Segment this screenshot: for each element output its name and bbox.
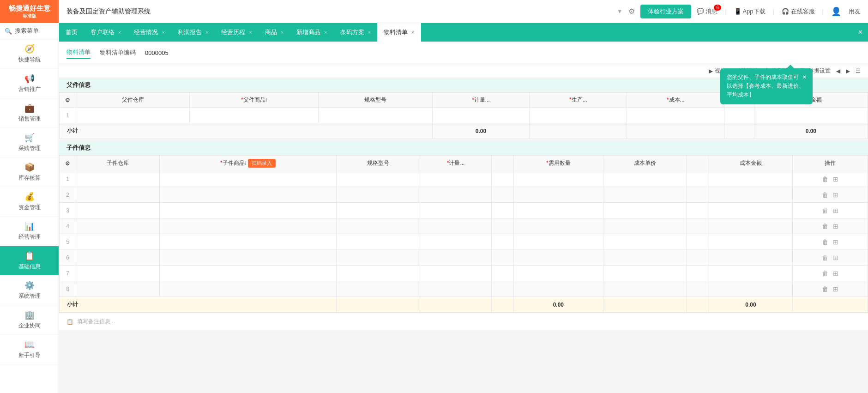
child-unit-cost-5[interactable] [603,234,687,250]
child-needed-qty-1[interactable] [513,171,603,187]
child-qty-unit-8[interactable] [420,281,491,297]
nav-tab-close-profit-report[interactable]: × [205,30,208,35]
child-goods-7[interactable] [160,266,336,281]
child-copy-5[interactable]: ⊞ [833,238,838,246]
child-delete-8[interactable]: 🗑 [822,285,828,293]
online-service-button[interactable]: 🎧 在线客服 [782,7,815,16]
sidebar-item-finance[interactable]: 💰资金管理 [0,187,59,217]
child-spec-1[interactable] [336,171,420,187]
nav-tab-close-goods[interactable]: × [281,30,283,35]
nav-tab-close-bom[interactable]: × [411,30,414,35]
child-copy-6[interactable]: ⊞ [833,254,838,261]
nav-tab-barcode[interactable]: 条码方案× [334,23,377,42]
dropdown-icon[interactable]: ▼ [617,8,623,15]
child-delete-1[interactable]: 🗑 [822,175,828,183]
child-warehouse-6[interactable] [76,250,160,266]
menu-button[interactable]: ☰ [856,68,861,74]
child-delete-2[interactable]: 🗑 [822,191,828,199]
child-goods-4[interactable] [160,218,336,234]
child-warehouse-3[interactable] [76,203,160,218]
child-copy-1[interactable]: ⊞ [833,175,838,183]
child-copy-4[interactable]: ⊞ [833,223,838,230]
child-warehouse-8[interactable] [76,281,160,297]
sidebar-item-system[interactable]: ⚙️系统管理 [0,276,59,305]
nav-tab-goods[interactable]: 商品× [259,23,290,42]
child-unit-cost-4[interactable] [603,218,687,234]
user-label[interactable]: 用友 [849,7,861,16]
child-goods-6[interactable] [160,250,336,266]
child-spec-7[interactable] [336,266,420,281]
child-warehouse-5[interactable] [76,234,160,250]
settings-icon[interactable]: ⚙ [628,7,635,16]
child-goods-1[interactable] [160,171,336,187]
child-goods-2[interactable] [160,187,336,203]
scan-input-button[interactable]: 扫码录入 [248,159,276,168]
sidebar-item-quick-nav[interactable]: 🧭快捷导航 [0,39,59,69]
nav-next-button[interactable]: ▶ [846,68,850,74]
child-unit-cost-6[interactable] [603,250,687,266]
child-unit-cost-7[interactable] [603,266,687,281]
child-needed-qty-3[interactable] [513,203,603,218]
child-col-settings[interactable]: ⚙ [60,156,76,171]
child-spec-2[interactable] [336,187,420,203]
child-needed-qty-7[interactable] [513,266,603,281]
child-spec-3[interactable] [336,203,420,218]
nav-tab-close-barcode[interactable]: × [368,30,371,35]
child-delete-5[interactable]: 🗑 [822,238,828,246]
child-delete-3[interactable]: 🗑 [822,207,828,214]
sub-tab-code[interactable]: 物料清单编码 [100,47,136,59]
nav-tab-home[interactable]: 首页 [59,23,84,42]
app-download-button[interactable]: 📱 App下载 [734,7,766,16]
child-spec-8[interactable] [336,281,420,297]
nav-tab-close-operations-status[interactable]: × [162,30,164,35]
child-copy-3[interactable]: ⊞ [833,207,838,214]
child-spec-6[interactable] [336,250,420,266]
child-unit-cost-8[interactable] [603,281,687,297]
parent-qty-1[interactable] [432,108,530,123]
child-goods-5[interactable] [160,234,336,250]
parent-cost-1[interactable] [627,108,724,123]
tooltip-close-button[interactable]: × [803,73,806,82]
sidebar-item-operations[interactable]: 📊经营管理 [0,217,59,246]
nav-close-all-button[interactable]: × [853,28,868,36]
child-qty-unit-4[interactable] [420,218,491,234]
sidebar-item-inventory[interactable]: 📦库存核算 [0,157,59,187]
sidebar-item-purchase[interactable]: 🛒采购管理 [0,128,59,157]
child-needed-qty-5[interactable] [513,234,603,250]
note-text[interactable]: 填写备注信息... [77,318,115,326]
nav-tab-close-new-goods[interactable]: × [324,30,327,35]
sidebar-item-basic-info[interactable]: 📋基础信息 [0,246,59,276]
parent-warehouse-1[interactable] [76,108,190,123]
child-delete-4[interactable]: 🗑 [822,223,828,230]
child-needed-qty-8[interactable] [513,281,603,297]
child-qty-unit-3[interactable] [420,203,491,218]
sidebar-item-marketing[interactable]: 📢营销推广 [0,69,59,98]
child-qty-unit-5[interactable] [420,234,491,250]
parent-spec-1[interactable] [319,108,432,123]
nav-tab-close-customer[interactable]: × [118,30,121,35]
trial-button[interactable]: 体验行业方案 [640,5,691,18]
child-qty-unit-6[interactable] [420,250,491,266]
sub-tab-bom[interactable]: 物料清单 [66,46,90,59]
child-goods-3[interactable] [160,203,336,218]
nav-tab-close-operations-history[interactable]: × [249,30,252,35]
child-copy-8[interactable]: ⊞ [833,285,838,293]
message-button[interactable]: 💬 6 消息 [697,7,718,16]
parent-goods-1[interactable] [190,108,319,123]
nav-tab-new-goods[interactable]: 新增商品× [290,23,333,42]
child-delete-6[interactable]: 🗑 [822,254,828,261]
child-goods-8[interactable] [160,281,336,297]
sidebar-item-guide[interactable]: 📖新手引导 [0,335,59,364]
child-warehouse-2[interactable] [76,187,160,203]
child-copy-7[interactable]: ⊞ [833,270,838,277]
child-needed-qty-6[interactable] [513,250,603,266]
parent-prod-1[interactable] [530,108,627,123]
nav-prev-button[interactable]: ◀ [836,68,840,74]
child-warehouse-7[interactable] [76,266,160,281]
nav-tab-profit-report[interactable]: 利润报告× [171,23,215,42]
child-spec-5[interactable] [336,234,420,250]
nav-tab-operations-status[interactable]: 经营情况× [127,23,171,42]
nav-tab-bom[interactable]: 物料清单× [377,23,421,42]
child-warehouse-1[interactable] [76,171,160,187]
child-needed-qty-2[interactable] [513,187,603,203]
